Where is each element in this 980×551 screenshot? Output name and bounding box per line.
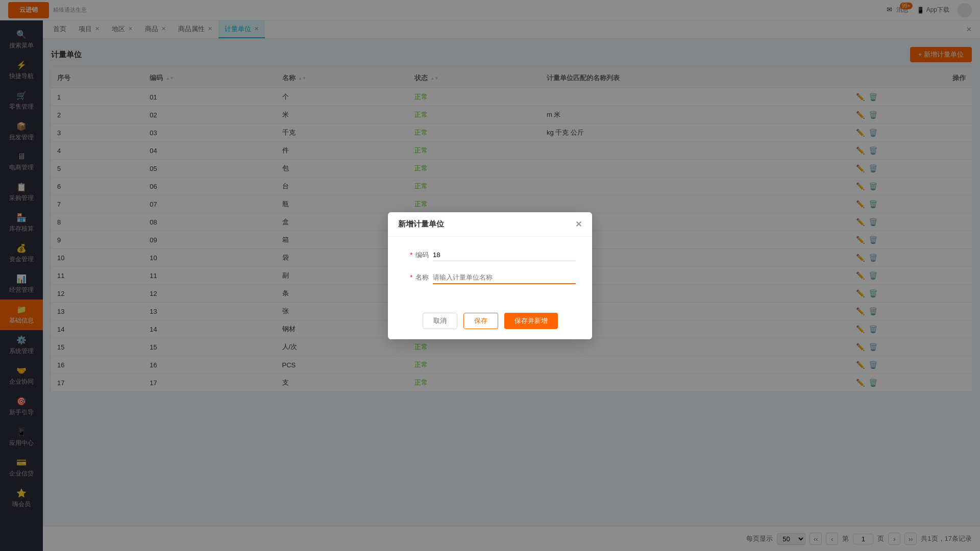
- name-label: * 名称: [404, 273, 429, 282]
- name-input[interactable]: [433, 271, 576, 284]
- modal-footer: 取消 保存 保存并新增: [388, 307, 592, 339]
- form-row-code: * 编码: [404, 249, 576, 261]
- cancel-button[interactable]: 取消: [423, 313, 457, 329]
- modal-header: 新增计量单位 ✕: [388, 212, 592, 237]
- modal-close-button[interactable]: ✕: [575, 219, 582, 229]
- code-label: * 编码: [404, 251, 429, 260]
- modal-title: 新增计量单位: [398, 219, 444, 229]
- modal-body: * 编码 * 名称: [388, 237, 592, 307]
- modal-overlay: 新增计量单位 ✕ * 编码 * 名称 取消 保存 保存并新增: [0, 0, 980, 551]
- save-and-new-button[interactable]: 保存并新增: [504, 313, 558, 329]
- code-input[interactable]: [433, 249, 576, 261]
- save-button[interactable]: 保存: [463, 313, 498, 329]
- add-unit-modal: 新增计量单位 ✕ * 编码 * 名称 取消 保存 保存并新增: [388, 212, 592, 339]
- code-required-mark: *: [410, 251, 412, 259]
- form-row-name: * 名称: [404, 271, 576, 284]
- name-required-mark: *: [410, 273, 412, 281]
